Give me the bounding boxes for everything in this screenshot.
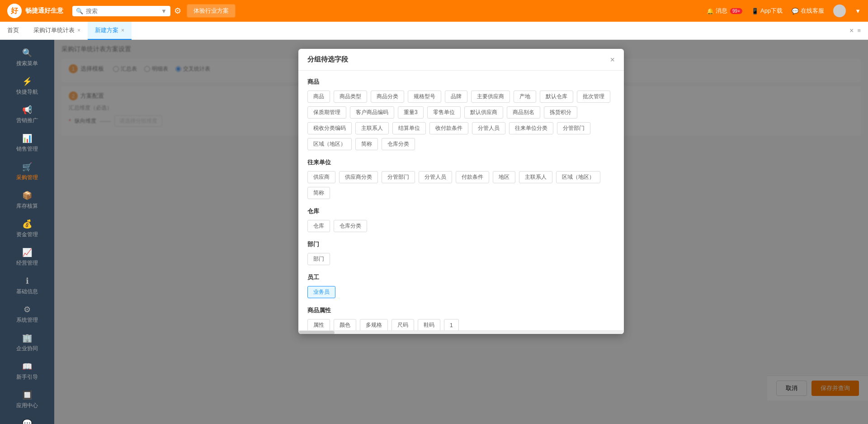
field-tag-payment-terms[interactable]: 收付款条件 [429,122,468,134]
marketing-icon: 📢 [22,105,32,115]
sidebar-item-app[interactable]: 🔲 应用中心 [0,386,54,414]
wechat-icon: 💬 [22,419,32,424]
field-tag-default-supplier[interactable]: 默认供应商 [464,106,503,119]
section-goods-fields: 商品 商品类型 商品分类 规格型号 品牌 主要供应商 产地 默认仓库 批次管理 … [307,91,615,150]
tab-purchase-order[interactable]: 采购订单统计表 × [26,22,88,40]
field-tag-partner-cat[interactable]: 往来单位分类 [509,122,553,134]
field-tag-goods[interactable]: 商品 [307,91,330,103]
field-tag-department[interactable]: 部门 [307,253,330,265]
field-tag-settlement[interactable]: 结算单位 [392,122,426,134]
tab-purchase-order-close[interactable]: × [77,27,80,33]
top-header: 好 畅捷通好生意 🔍 ▼ ⚙ 体验行业方案 🔔 消息 99+ 📱 App下载 💬… [0,0,868,22]
field-tag-main-supplier[interactable]: 主要供应商 [471,91,510,103]
tab-home[interactable]: 首页 [0,22,26,40]
sidebar-app-label: 应用中心 [16,402,38,410]
finance-icon: 💰 [22,219,32,229]
field-tag-manage-person[interactable]: 分管人员 [419,171,452,183]
tab-new-plan-close[interactable]: × [121,27,124,33]
logo-text: 畅捷通好生意 [25,7,63,15]
field-tag-abbr-p[interactable]: 简称 [307,187,330,199]
system-icon: ⚙ [24,305,31,314]
sidebar-item-wechat[interactable]: 💬 企业微信 [0,414,54,424]
field-tag-retail-unit[interactable]: 零售单位 [427,106,461,119]
section-product-attr: 商品属性 属性 颜色 多规格 尺码 鞋码 1 [307,306,615,330]
field-tag-goods-category[interactable]: 商品分类 [371,91,404,103]
app-download-item[interactable]: 📱 App下载 [751,7,783,15]
field-tag-multi-spec[interactable]: 多规格 [360,319,388,330]
sidebar-item-search[interactable]: 🔍 搜索菜单 [0,43,54,72]
field-tag-supplier[interactable]: 供应商 [307,171,335,183]
quick-nav-icon: ⚡ [22,76,32,86]
tab-bar: 首页 采购订单统计表 × 新建方案 × × ≡ [0,22,868,40]
field-tag-customer-code[interactable]: 客户商品编码 [350,106,394,119]
sidebar-item-guide[interactable]: 📖 新手引导 [0,357,54,386]
field-tag-goods-alias[interactable]: 商品别名 [507,106,540,119]
notification-item[interactable]: 🔔 消息 99+ [707,7,742,15]
modal-horizontal-scrollbar[interactable] [298,330,624,334]
modal-close-button[interactable]: × [610,56,615,64]
gear-button[interactable]: ⚙ [174,6,181,16]
field-tag-main-contact[interactable]: 主联系人 [355,122,389,134]
section-product-attr-title: 商品属性 [307,306,615,314]
section-employee: 员工 业务员 [307,273,615,298]
field-tag-short-name[interactable]: 简称 [355,138,378,150]
avatar[interactable] [833,5,846,17]
tab-bar-close-icon[interactable]: × [849,27,854,35]
sidebar-item-finance[interactable]: 💰 资金管理 [0,214,54,243]
field-tag-area[interactable]: 地区 [493,171,515,183]
sidebar-item-system[interactable]: ⚙ 系统管理 [0,300,54,329]
section-employee-fields: 业务员 [307,286,615,298]
sidebar-item-basic[interactable]: ℹ 基础信息 [0,272,54,300]
field-tag-region[interactable]: 区域（地区） [307,138,352,150]
sidebar-enterprise-label: 企业协同 [16,345,38,353]
field-tag-salesperson[interactable]: 业务员 [307,286,335,298]
section-warehouse-title: 仓库 [307,207,615,215]
field-tag-wh-cat[interactable]: 仓库分类 [382,138,415,150]
field-tag-warehouse[interactable]: 仓库 [307,220,330,232]
notification-badge: 99+ [730,8,742,14]
field-tag-default-wh[interactable]: 默认仓库 [540,91,573,103]
section-department-fields: 部门 [307,253,615,265]
section-department: 部门 部门 [307,240,615,265]
field-tag-manager[interactable]: 分管人员 [472,122,505,134]
header-right: 🔔 消息 99+ 📱 App下载 💬 在线客服 ▼ [707,5,861,17]
field-tag-shelf-life[interactable]: 保质期管理 [307,106,346,119]
field-tag-pick-score[interactable]: 拣货积分 [544,106,577,119]
field-tag-num1[interactable]: 1 [444,319,459,330]
section-goods-title: 商品 [307,78,615,86]
sidebar-item-enterprise[interactable]: 🏢 企业协同 [0,329,54,357]
sidebar-item-quick-nav[interactable]: ⚡ 快捷导航 [0,72,54,100]
field-tag-tax-code[interactable]: 税收分类编码 [307,122,352,134]
field-tag-goods-type[interactable]: 商品类型 [334,91,367,103]
search-input[interactable] [86,8,158,14]
field-tag-supplier-cat[interactable]: 供应商分类 [339,171,378,183]
sidebar-item-purchase[interactable]: 🛒 采购管理 [0,157,54,186]
field-tag-batch[interactable]: 批次管理 [577,91,610,103]
field-tag-region-p[interactable]: 区域（地区） [556,171,600,183]
sidebar-inventory-label: 库存核算 [16,202,38,210]
modal-hscroll-thumb[interactable] [298,331,335,334]
sidebar-item-marketing[interactable]: 📢 营销推广 [0,100,54,129]
sidebar-item-sales[interactable]: 📊 销售管理 [0,129,54,157]
sidebar-item-inventory[interactable]: 📦 库存核算 [0,186,54,214]
tab-new-plan[interactable]: 新建方案 × [88,22,132,40]
field-tag-color[interactable]: 颜色 [334,319,356,330]
field-tag-wh-category[interactable]: 仓库分类 [334,220,367,232]
sidebar-item-operations[interactable]: 📈 经营管理 [0,243,54,272]
user-dropdown-icon[interactable]: ▼ [855,8,861,14]
field-tag-spec[interactable]: 规格型号 [408,91,441,103]
field-tag-attribute[interactable]: 属性 [307,319,330,330]
field-tag-main-contact-p[interactable]: 主联系人 [519,171,552,183]
field-tag-origin[interactable]: 产地 [514,91,536,103]
field-tag-shoe-size[interactable]: 鞋码 [418,319,440,330]
field-tag-brand[interactable]: 品牌 [445,91,467,103]
app-icon: 📱 [751,8,759,14]
field-tag-size[interactable]: 尺码 [392,319,414,330]
online-service-item[interactable]: 💬 在线客服 [792,7,824,15]
tab-bar-menu-icon[interactable]: ≡ [857,27,861,34]
field-tag-pay-terms[interactable]: 付款条件 [456,171,489,183]
field-tag-dept[interactable]: 分管部门 [557,122,590,134]
field-tag-weight[interactable]: 重量3 [398,106,424,119]
field-tag-manage-dept[interactable]: 分管部门 [382,171,415,183]
experience-button[interactable]: 体验行业方案 [187,4,236,18]
